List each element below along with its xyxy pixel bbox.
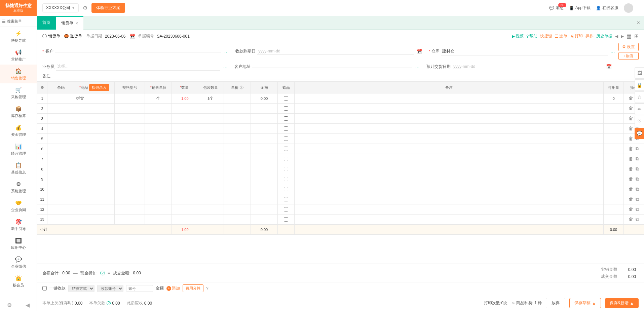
cell-gift[interactable]	[278, 104, 295, 114]
cell-spec[interactable]	[115, 154, 145, 164]
cell-unit[interactable]	[145, 174, 172, 184]
cell-spec[interactable]	[115, 104, 145, 114]
right-float-chat[interactable]: 💬	[635, 128, 644, 139]
th-settings[interactable]: ⚙	[37, 82, 47, 93]
print-link[interactable]: 🖨 打印	[570, 33, 583, 39]
cell-gift[interactable]	[278, 124, 295, 134]
copy-row-btn[interactable]: ⧉	[635, 156, 640, 162]
delete-row-btn[interactable]: 🗑	[628, 217, 634, 222]
table-scroll[interactable]: ⚙ 条码 *商品 扫码录入 规格型号 *销售单位 *数量 包装数量 单价 ⓘ 金	[37, 82, 644, 264]
settings-bottom-icon[interactable]: ⚙	[7, 302, 12, 308]
cell-goods[interactable]	[74, 215, 115, 225]
gift-checkbox[interactable]	[284, 137, 288, 141]
cell-qty[interactable]	[172, 154, 197, 164]
cell-unit[interactable]	[145, 134, 172, 144]
expected-date-input[interactable]: yyyy-mm-dd	[452, 63, 603, 70]
gift-checkbox[interactable]	[284, 106, 288, 111]
sidebar-item-sales[interactable]: 🏠 销售管理	[0, 65, 37, 83]
cell-qty[interactable]	[172, 174, 197, 184]
sidebar-search[interactable]: ☰ 搜索菜单	[0, 16, 37, 27]
cell-spec[interactable]	[115, 124, 145, 134]
gift-checkbox[interactable]	[284, 126, 288, 131]
tab-close-icon[interactable]: ×	[75, 21, 78, 26]
price-info-icon[interactable]: ⓘ	[240, 85, 243, 89]
delete-row-btn[interactable]: 🗑	[628, 106, 634, 111]
copy-row-btn[interactable]: ⧉	[635, 176, 640, 182]
add-payment-btn[interactable]: + 添加	[166, 285, 180, 291]
date-calendar-icon[interactable]: 📅	[129, 34, 135, 39]
cell-price[interactable]	[224, 184, 251, 194]
tab-home[interactable]: 首页	[37, 16, 56, 30]
cell-pkg-qty[interactable]	[197, 204, 224, 215]
gift-checkbox[interactable]	[284, 187, 288, 191]
cell-barcode[interactable]	[47, 144, 74, 154]
customer-addr-dots-icon[interactable]: …	[415, 64, 420, 69]
customer-addr-input[interactable]	[252, 66, 412, 68]
cell-spec[interactable]	[115, 134, 145, 144]
sidebar-item-basic[interactable]: 📋 基础信息	[0, 159, 37, 178]
cell-unit[interactable]	[145, 104, 172, 114]
cell-amount[interactable]	[251, 215, 278, 225]
delete-row-btn[interactable]: 🗑	[628, 116, 634, 121]
cell-pkg-qty[interactable]	[197, 104, 224, 114]
logistics-btn[interactable]: +物流	[618, 52, 639, 60]
shortcut-link[interactable]: 快捷键	[540, 33, 552, 39]
cell-gift[interactable]	[278, 215, 295, 225]
right-float-pen[interactable]: ✏	[635, 104, 644, 115]
cell-qty[interactable]: -1.00	[172, 93, 197, 104]
cell-pkg-qty[interactable]	[197, 154, 224, 164]
delete-row-btn[interactable]: 🗑	[628, 146, 634, 151]
gift-checkbox[interactable]	[284, 217, 288, 222]
cell-unit[interactable]	[145, 204, 172, 215]
cell-note[interactable]	[295, 93, 604, 104]
copy-row-btn[interactable]: ⧉	[635, 206, 640, 212]
cell-barcode[interactable]	[47, 194, 74, 204]
company-selector[interactable]: XXXXXX公司 ▼	[42, 3, 79, 12]
online-service-btn[interactable]: 👤 在线客服	[596, 5, 618, 11]
cell-goods[interactable]	[74, 154, 115, 164]
cell-gift[interactable]	[278, 184, 295, 194]
cell-note[interactable]	[295, 184, 604, 194]
sidebar-item-member[interactable]: 👑 畅会员	[0, 272, 37, 290]
cell-amount[interactable]	[251, 194, 278, 204]
cell-spec[interactable]	[115, 144, 145, 154]
discount-info-icon[interactable]: ?	[100, 271, 105, 275]
cell-barcode[interactable]	[47, 134, 74, 144]
cell-pkg-qty[interactable]	[197, 114, 224, 124]
sidebar-item-purchase[interactable]: 🛒 采购管理	[0, 83, 37, 102]
cell-qty[interactable]	[172, 204, 197, 215]
cell-goods[interactable]	[74, 134, 115, 144]
cell-note[interactable]	[295, 174, 604, 184]
cell-price[interactable]	[224, 164, 251, 174]
cell-qty[interactable]	[172, 184, 197, 194]
tab-sales-order[interactable]: 销货单 ×	[56, 16, 83, 30]
cell-spec[interactable]	[115, 114, 145, 124]
cell-note[interactable]	[295, 215, 604, 225]
cell-amount[interactable]	[251, 144, 278, 154]
discard-btn[interactable]: 放弃	[546, 298, 565, 308]
cell-unit[interactable]	[145, 184, 172, 194]
cell-price[interactable]	[224, 194, 251, 204]
cell-note[interactable]	[295, 104, 604, 114]
cell-amount[interactable]	[251, 134, 278, 144]
cell-price[interactable]	[224, 215, 251, 225]
gift-checkbox[interactable]	[284, 116, 288, 121]
cell-unit[interactable]	[145, 124, 172, 134]
settlement-method-select[interactable]: 结算方式	[68, 285, 94, 292]
sidebar-item-collab[interactable]: 🤝 企业协同	[0, 196, 37, 215]
cell-goods[interactable]	[74, 174, 115, 184]
cell-goods[interactable]: 拆货	[74, 93, 115, 104]
cell-barcode[interactable]	[47, 204, 74, 215]
cell-unit[interactable]	[145, 215, 172, 225]
salesperson-input[interactable]: 选择...	[56, 63, 220, 71]
due-date-cal-icon[interactable]: 📅	[416, 49, 422, 54]
cell-amount[interactable]	[251, 184, 278, 194]
cell-amount[interactable]	[251, 164, 278, 174]
right-float-heart[interactable]: ♡	[635, 116, 644, 127]
sidebar-item-system[interactable]: ⚙ 系统管理	[0, 178, 37, 196]
cell-qty[interactable]	[172, 104, 197, 114]
cell-gift[interactable]	[278, 194, 295, 204]
history-link[interactable]: 历史单据	[596, 33, 612, 39]
cell-qty[interactable]	[172, 114, 197, 124]
cell-pkg-qty[interactable]	[197, 124, 224, 134]
